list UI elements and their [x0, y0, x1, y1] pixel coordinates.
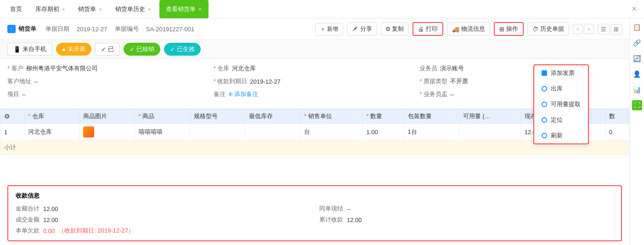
- warehouse-field: 仓库 河北仓库: [214, 64, 416, 73]
- cancel-icon: ✓: [130, 46, 135, 53]
- col-spec: 规格型号: [190, 109, 245, 124]
- payment-date-value: 2019-12-27: [250, 78, 281, 85]
- customer-value: 柳州粤港平安气体有限公司: [26, 64, 98, 73]
- operation-dropdown: 添加发票 出库 可用量提取 定位 刷新: [533, 64, 589, 144]
- sidebar-link-icon[interactable]: 🔗: [632, 38, 642, 48]
- print-icon: 🖨: [418, 26, 424, 33]
- row-product: 嘻嘻嘻嘻: [135, 124, 190, 141]
- this-order-debt-note: （收款到期日: 2019-12-27）: [58, 227, 134, 235]
- tab-home[interactable]: 首页: [4, 0, 29, 18]
- footer-title: 收款信息: [16, 192, 614, 200]
- staff-field: 业务员 演示账号: [419, 64, 622, 73]
- operation-button[interactable]: ⊞ 操作: [494, 22, 524, 36]
- logistics-button[interactable]: 🚚 物流信息: [447, 23, 490, 35]
- tab-close-inventory-init[interactable]: ×: [62, 6, 65, 12]
- address-label: 客户地址: [7, 77, 31, 85]
- sidebar-expand-icon[interactable]: ⛶: [632, 100, 642, 110]
- prev-button[interactable]: ‹: [573, 24, 583, 34]
- number-value: SA-20191227-001: [146, 26, 195, 33]
- payment-date-label: 收款到期日: [214, 77, 248, 85]
- next-button[interactable]: ›: [584, 24, 594, 34]
- row-spec: [190, 124, 245, 141]
- op-locate[interactable]: 定位: [534, 112, 588, 128]
- tab-sales-order[interactable]: 销货单 ×: [72, 0, 108, 18]
- project-value: --: [22, 91, 26, 98]
- truck-icon: 🚚: [452, 26, 459, 33]
- col-available: 可用量 (…: [459, 109, 520, 124]
- note-field: 备注 ⊕ 添加备注: [214, 90, 416, 98]
- total-amount-label: 金额合计: [16, 205, 40, 213]
- salesman-value: --: [450, 91, 454, 98]
- payment-date-field: 收款到期日 2019-12-27: [214, 77, 416, 85]
- row-index: 1: [0, 124, 24, 141]
- transaction-amount-item: 成交金额 12.00: [16, 216, 310, 224]
- transaction-amount-value: 12.00: [43, 217, 58, 223]
- sidebar-chart-icon[interactable]: 📊: [632, 85, 642, 95]
- phone-icon: 📱: [13, 46, 21, 53]
- ticket-type-field: 票据类型 不开票: [419, 77, 622, 85]
- plus-icon: ⊕: [228, 91, 233, 97]
- staff-value: 演示账号: [440, 64, 464, 73]
- row-unit: 台: [300, 124, 362, 141]
- same-order-settlement-item: 同单现结 --: [319, 205, 614, 213]
- this-order-debt-item: 本单欠款 0.00 （收款到期日: 2019-12-27）: [16, 227, 310, 235]
- operation-icon: ⊞: [499, 26, 504, 33]
- copy-button[interactable]: ⧉ 复制: [381, 23, 409, 35]
- form-row-3: 项目 -- 备注 ⊕ 添加备注 业务员盂 --: [7, 90, 622, 98]
- tab-bar: 首页 库存期初 × 销货单 × 销货单历史 × 查看销货单 × ×: [0, 0, 644, 18]
- history-button[interactable]: ⏱ 历史单据: [527, 23, 569, 35]
- op-add-invoice[interactable]: 添加发票: [534, 65, 588, 81]
- tab-close-sales-history[interactable]: ×: [148, 6, 151, 12]
- cumulative-payment-label: 累计收款: [319, 216, 343, 224]
- op-refresh[interactable]: 刷新: [534, 128, 588, 143]
- row-available: [459, 124, 520, 141]
- doc-title: ↑ 销货单: [7, 25, 36, 33]
- tab-close-sales-order[interactable]: ×: [99, 6, 102, 12]
- print-button[interactable]: 🖨 打印: [412, 22, 443, 36]
- sidebar-copy-icon[interactable]: 📋: [632, 22, 642, 32]
- ticket-icon: ●: [62, 46, 66, 53]
- tab-close-view-sales[interactable]: ×: [198, 6, 201, 12]
- sidebar-user-icon[interactable]: 👤: [632, 69, 642, 79]
- date-label: 单据日期: [45, 25, 69, 33]
- cumulative-payment-item: 累计收款 12.00: [319, 216, 614, 224]
- tab-view-sales[interactable]: 查看销货单 ×: [159, 0, 208, 18]
- col-image: 商品图片: [79, 109, 135, 124]
- effective-icon: ✓: [170, 46, 175, 53]
- not-open-ticket-button[interactable]: ● 未开票: [56, 43, 91, 56]
- already-effective-button[interactable]: ✓ 已生效: [164, 43, 201, 56]
- note-add-button[interactable]: ⊕ 添加备注: [228, 90, 259, 98]
- settings-icon: ⚙: [4, 113, 10, 120]
- window-close-button[interactable]: ×: [628, 4, 640, 14]
- form-row-2: 客户地址 -- 收款到期日 2019-12-27 票据类型 不开票: [7, 77, 622, 85]
- op-available-extract[interactable]: 可用量提取: [534, 97, 588, 112]
- confirmed-button[interactable]: ✓ 已: [95, 43, 120, 56]
- salesman-label: 业务员盂: [419, 90, 447, 98]
- transaction-amount-label: 成交金额: [16, 216, 40, 224]
- total-amount-item: 金额合计 12.00: [16, 205, 310, 213]
- from-phone-button[interactable]: 📱 来自手机: [7, 43, 52, 56]
- customer-field: 客户 柳州粤港平安气体有限公司: [7, 64, 210, 73]
- refresh-icon: [542, 133, 547, 138]
- tab-inventory-init[interactable]: 库存期初 ×: [29, 0, 72, 18]
- outbound-icon: [542, 86, 547, 91]
- nav-arrows: ‹ ›: [573, 24, 594, 34]
- customer-label: 客户: [7, 64, 23, 73]
- address-field: 客户地址 --: [7, 77, 210, 85]
- doc-actions: ＋ 新增 ↗ ↗ 分享 ⧉ 复制 🖨 打印 🚚 物流信息: [315, 22, 622, 36]
- toolbar-row: 📱 来自手机 ● 未开票 ✓ 已 ✓ 已核销 ✓ 已生效: [0, 40, 629, 59]
- row-min-stock: [245, 124, 300, 141]
- op-outbound[interactable]: 出库: [534, 81, 588, 97]
- tab-sales-history[interactable]: 销货单历史 ×: [109, 0, 158, 18]
- same-order-settlement-value: --: [347, 205, 351, 212]
- sidebar-refresh-icon[interactable]: 🔄: [632, 53, 642, 63]
- already-cancelled-button[interactable]: ✓ 已核销: [124, 43, 160, 56]
- new-button[interactable]: ＋ 新增: [315, 23, 343, 35]
- date-value: 2019-12-27: [77, 26, 107, 33]
- note-label: 备注: [214, 90, 226, 98]
- list-view-button[interactable]: ☰: [598, 24, 610, 34]
- grid-view-button[interactable]: ⊞: [610, 24, 622, 34]
- doc-header: ↑ 销货单 单据日期 2019-12-27 单据编号 SA-20191227-0…: [0, 18, 629, 40]
- col-quantity: 数量: [362, 109, 404, 124]
- share-button[interactable]: ↗ ↗ 分享: [347, 23, 377, 35]
